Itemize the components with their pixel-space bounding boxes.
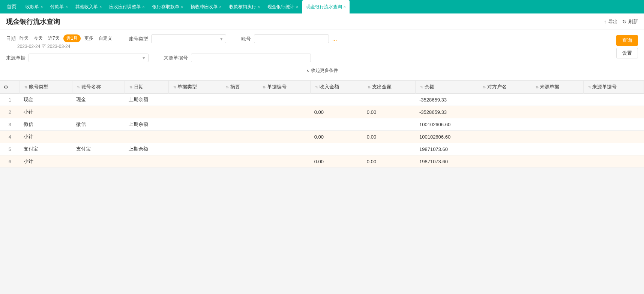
cell-account_name: 支付宝 <box>72 143 125 155</box>
cell-account_name: 微信 <box>72 118 125 131</box>
col-gear[interactable]: ⚙ <box>0 81 20 94</box>
nav-home[interactable]: 首页 <box>2 0 22 13</box>
cell-expense: 0.00 <box>363 131 416 143</box>
cell-source_doc <box>531 143 583 155</box>
table-row: 3微信微信上期余额100102606.60 <box>0 118 644 131</box>
sort-icon: ⇅ <box>368 85 371 89</box>
sort-icon: ⇅ <box>315 85 318 89</box>
nav-tab-tiaozheng[interactable]: 应收应付调整单 × <box>105 0 148 13</box>
col-doc-type[interactable]: ⇅ 单据类型 <box>168 81 221 94</box>
col-account-name[interactable]: ⇅ 账号名称 <box>72 81 125 94</box>
col-account-type[interactable]: ⇅ 账号类型 <box>20 81 72 94</box>
cell-source_doc <box>531 131 583 143</box>
cell-balance: -3528659.33 <box>416 94 478 106</box>
close-tab-icon[interactable]: × <box>65 4 68 9</box>
nav-tab-shoukuandan[interactable]: 收款单 × <box>22 0 47 13</box>
close-tab-icon[interactable]: × <box>296 4 298 9</box>
cell-expense <box>363 143 416 155</box>
account-type-select[interactable]: ▾ <box>151 34 226 43</box>
source-doc-select[interactable]: ▾ <box>29 54 149 62</box>
cell-num: 4 <box>0 131 20 143</box>
nav-tab-yinhangcunquan[interactable]: 银行存取款单 × <box>149 0 187 13</box>
cell-account_type: 小计 <box>20 131 72 143</box>
export-button[interactable]: ↑ 导出 <box>604 18 618 25</box>
nav-tab-fukuandan[interactable]: 付款单 × <box>47 0 71 13</box>
cell-num: 2 <box>0 106 20 118</box>
col-summary[interactable]: ⇅ 摘要 <box>221 81 258 94</box>
refresh-icon: ↻ <box>622 19 627 25</box>
date-btn-1month[interactable]: 近1月 <box>63 34 81 42</box>
account-input[interactable] <box>254 34 329 43</box>
cell-summary <box>221 94 258 106</box>
top-navigation: 首页 收款单 × 付款单 × 其他收入单 × 应收应付调整单 × 银行存取款单 … <box>0 0 644 13</box>
nav-tab-liushui[interactable]: 现金银行流水查询 × <box>302 0 350 13</box>
close-tab-icon[interactable]: × <box>258 4 260 9</box>
date-btn-7days[interactable]: 近7天 <box>47 34 61 42</box>
gear-icon[interactable]: ⚙ <box>4 84 8 90</box>
account-dots-button[interactable]: ... <box>332 36 337 42</box>
close-tab-icon[interactable]: × <box>142 4 144 9</box>
cell-source_doc <box>531 155 583 168</box>
cell-expense: 0.00 <box>363 155 416 168</box>
date-btn-yesterday[interactable]: 昨天 <box>18 34 30 42</box>
cell-num: 6 <box>0 155 20 168</box>
search-button[interactable]: 查询 <box>616 35 638 46</box>
col-income[interactable]: ⇅ 收入金额 <box>311 81 363 94</box>
table-area: ⚙ ⇅ 账号类型 ⇅ 账号名称 ⇅ 日期 ⇅ 单据类型 <box>0 80 644 168</box>
col-source-doc[interactable]: ⇅ 来源单据 <box>531 81 583 94</box>
cell-counterparty <box>478 94 531 106</box>
table-row: 5支付宝支付宝上期余额19871073.60 <box>0 143 644 155</box>
close-tab-icon[interactable]: × <box>181 4 183 9</box>
cell-balance: 100102606.60 <box>416 131 478 143</box>
close-tab-icon[interactable]: × <box>41 4 43 9</box>
table-row: 2小计0.000.00-3528659.33 <box>0 106 644 118</box>
sort-icon: ⇅ <box>420 85 423 89</box>
col-expense[interactable]: ⇅ 支出金额 <box>363 81 416 94</box>
sort-icon: ⇅ <box>536 85 539 89</box>
cell-account_name: 现金 <box>72 94 125 106</box>
cell-summary <box>221 131 258 143</box>
nav-tab-yushouchong[interactable]: 预收冲应收单 × <box>187 0 225 13</box>
cell-account_type: 微信 <box>20 118 72 131</box>
settings-button[interactable]: 设置 <box>616 48 638 58</box>
date-options: 昨天 今天 近7天 近1月 更多 自定义 <box>18 34 114 42</box>
nav-tab-qitashouruan[interactable]: 其他收入单 × <box>72 0 105 13</box>
cell-counterparty <box>478 118 531 131</box>
cell-income: 0.00 <box>311 155 363 168</box>
cell-balance: 100102606.60 <box>416 118 478 131</box>
nav-tab-tongji[interactable]: 现金银行统计 × <box>264 0 302 13</box>
refresh-button[interactable]: ↻ 刷新 <box>622 18 638 25</box>
close-tab-active-icon[interactable]: × <box>344 4 346 9</box>
cell-expense <box>363 118 416 131</box>
col-balance[interactable]: ⇅ 余额 <box>416 81 478 94</box>
cell-doc_no <box>258 131 311 143</box>
cell-summary <box>221 155 258 168</box>
cell-income <box>311 143 363 155</box>
date-btn-more[interactable]: 更多 <box>83 34 95 42</box>
col-date[interactable]: ⇅ 日期 <box>125 81 168 94</box>
col-source-doc-no[interactable]: ⇅ 来源单据号 <box>583 81 644 94</box>
table-row: 1现金现金上期余额-3528659.33 <box>0 94 644 106</box>
cell-doc_type <box>168 118 221 131</box>
page-header: 现金银行流水查询 ↑ 导出 ↻ 刷新 <box>0 13 644 30</box>
close-tab-icon[interactable]: × <box>99 4 102 9</box>
nav-tab-hexiao[interactable]: 收款核销执行 × <box>225 0 264 13</box>
cell-doc_type <box>168 94 221 106</box>
col-doc-no[interactable]: ⇅ 单据编号 <box>258 81 311 94</box>
cell-account_type: 小计 <box>20 106 72 118</box>
cell-doc_type <box>168 131 221 143</box>
close-tab-icon[interactable]: × <box>219 4 221 9</box>
sort-icon: ⇅ <box>263 85 266 89</box>
cell-counterparty <box>478 155 531 168</box>
cell-source_doc_no <box>583 118 644 131</box>
cell-date: 上期余额 <box>125 118 168 131</box>
cell-counterparty <box>478 131 531 143</box>
date-btn-today[interactable]: 今天 <box>32 34 44 42</box>
sort-icon: ⇅ <box>588 85 591 89</box>
date-btn-custom[interactable]: 自定义 <box>97 34 114 42</box>
col-counterparty[interactable]: ⇅ 对方户名 <box>478 81 531 94</box>
source-doc-num-input[interactable] <box>191 54 311 62</box>
header-actions: ↑ 导出 ↻ 刷新 <box>604 18 638 25</box>
cell-source_doc <box>531 94 583 106</box>
collapse-more-conditions-button[interactable]: ∧ 收起更多条件 <box>6 66 638 75</box>
